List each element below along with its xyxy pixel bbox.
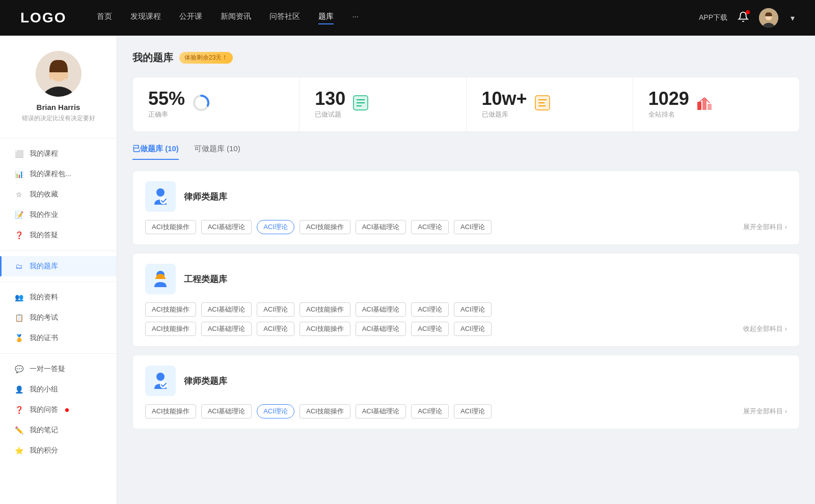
done-questions-value: 130 [315, 90, 345, 108]
bank-tags-lawyer-2: ACI技能操作 ACI基础理论 ACI理论 ACI技能操作 ACI基础理论 AC… [145, 404, 787, 418]
lawyer-icon-2 [145, 366, 176, 396]
nav-open-course[interactable]: 公开课 [179, 12, 202, 24]
eng-tag-r2-0[interactable]: ACI技能操作 [145, 322, 196, 336]
stat-ranking: 1029 全站排名 [633, 77, 799, 131]
my-questions-icon: ❓ [14, 406, 23, 414]
svg-point-25 [156, 373, 165, 381]
sidebar-item-my-materials[interactable]: 👥 我的资料 [0, 287, 117, 307]
svg-rect-20 [708, 104, 712, 110]
nav-more[interactable]: ··· [352, 12, 359, 24]
eng-tag-r2-4[interactable]: ACI基础理论 [356, 322, 406, 336]
done-questions-icon [352, 95, 369, 115]
eng-tag-r2-2[interactable]: ACI理论 [257, 322, 294, 336]
sidebar-item-my-group[interactable]: 👤 我的小组 [0, 379, 117, 400]
course-package-icon: 📊 [14, 170, 23, 178]
sidebar-item-my-points[interactable]: ⭐ 我的积分 [0, 440, 117, 461]
eng-tag-1[interactable]: ACI基础理论 [201, 302, 252, 317]
eng-tag-5[interactable]: ACI理论 [411, 302, 449, 317]
l2-tag-0[interactable]: ACI技能操作 [145, 404, 196, 418]
sidebar-avatar [36, 51, 82, 97]
stat-accuracy: 55% 正确率 [133, 77, 300, 131]
eng-tag-r2-3[interactable]: ACI技能操作 [300, 322, 350, 336]
svg-rect-19 [702, 99, 707, 110]
page-title: 我的题库 [132, 51, 173, 65]
app-download-btn[interactable]: APP下载 [699, 13, 727, 22]
sidebar-item-my-course[interactable]: ⬜ 我的课程 [0, 144, 117, 164]
bank-card-lawyer-1: 律师类题库 ACI技能操作 ACI基础理论 ACI理论 ACI技能操作 ACI基… [132, 171, 800, 245]
nav-home[interactable]: 首页 [97, 12, 112, 24]
sidebar-menu: ⬜ 我的课程 📊 我的课程包... ☆ 我的收藏 📝 我的作业 ❓ 我的答疑 [0, 144, 117, 461]
sidebar-item-my-questions[interactable]: ❓ 我的问答 [0, 400, 117, 420]
sidebar-divider-4 [0, 353, 117, 354]
1on1-icon: 💬 [14, 365, 23, 373]
eng-tag-6[interactable]: ACI理论 [454, 302, 492, 317]
sidebar-motto: 错误的决定比没有决定要好 [10, 114, 106, 123]
stat-done-questions: 130 已做试题 [300, 77, 466, 131]
user-avatar[interactable] [759, 8, 778, 27]
my-notes-icon: ✏️ [14, 426, 23, 434]
tabs-row: 已做题库 (10) 可做题库 (10) [132, 144, 800, 160]
logo[interactable]: LOGO [20, 10, 66, 26]
expand-lawyer-2[interactable]: 展开全部科目 › [743, 407, 787, 416]
tag-4[interactable]: ACI基础理论 [356, 220, 406, 234]
ranking-value: 1029 [648, 90, 689, 108]
notification-bell[interactable] [738, 11, 749, 24]
done-banks-icon [534, 95, 551, 115]
tab-done-banks[interactable]: 已做题库 (10) [132, 144, 179, 160]
eng-tag-2[interactable]: ACI理论 [257, 302, 294, 317]
tag-5[interactable]: ACI理论 [411, 220, 449, 234]
bank-card-lawyer-1-header: 律师类题库 [145, 181, 787, 212]
tag-3[interactable]: ACI技能操作 [300, 220, 350, 234]
bank-tags-engineer-row2: ACI技能操作 ACI基础理论 ACI理论 ACI技能操作 ACI基础理论 AC… [145, 322, 787, 336]
l2-tag-6[interactable]: ACI理论 [454, 404, 492, 418]
sidebar-divider-1 [0, 138, 117, 138]
nav-question-bank[interactable]: 题库 [318, 12, 334, 24]
l2-tag-4[interactable]: ACI基础理论 [356, 404, 406, 418]
nav-discover[interactable]: 发现课程 [130, 12, 161, 24]
eng-tag-3[interactable]: ACI技能操作 [300, 302, 350, 317]
sidebar-item-course-package[interactable]: 📊 我的课程包... [0, 164, 117, 184]
eng-tag-0[interactable]: ACI技能操作 [145, 302, 196, 317]
l2-tag-3[interactable]: ACI技能操作 [300, 404, 350, 418]
my-group-icon: 👤 [14, 385, 23, 394]
l2-tag-5[interactable]: ACI理论 [411, 404, 449, 418]
eng-tag-4[interactable]: ACI基础理论 [356, 302, 406, 317]
sidebar-item-my-qa[interactable]: ❓ 我的答疑 [0, 225, 117, 245]
bank-card-lawyer-2: 律师类题库 ACI技能操作 ACI基础理论 ACI理论 ACI技能操作 ACI基… [132, 355, 800, 429]
tag-1[interactable]: ACI基础理论 [201, 220, 252, 234]
collapse-engineer[interactable]: 收起全部科目 › [743, 324, 787, 333]
sidebar-item-my-exam[interactable]: 📋 我的考试 [0, 307, 117, 328]
tab-available-banks[interactable]: 可做题库 (10) [194, 144, 240, 160]
eng-tag-r2-1[interactable]: ACI基础理论 [201, 322, 252, 336]
sidebar-item-question-bank[interactable]: 🗂 我的题库 [0, 256, 117, 276]
user-dropdown-arrow[interactable]: ▾ [791, 13, 795, 23]
question-bank-icon: 🗂 [14, 262, 23, 270]
bank-card-engineer: 工程类题库 ACI技能操作 ACI基础理论 ACI理论 ACI技能操作 ACI基… [132, 253, 800, 347]
tag-2-active[interactable]: ACI理论 [257, 220, 294, 234]
eng-tag-r2-5[interactable]: ACI理论 [411, 322, 449, 336]
sidebar-item-homework[interactable]: 📝 我的作业 [0, 205, 117, 225]
sidebar: Brian Harris 错误的决定比没有决定要好 ⬜ 我的课程 📊 我的课程包… [0, 36, 117, 504]
nav-news[interactable]: 新闻资讯 [221, 12, 251, 24]
svg-rect-18 [697, 102, 701, 110]
l2-tag-2-active[interactable]: ACI理论 [257, 404, 294, 418]
sidebar-item-certificate[interactable]: 🏅 我的证书 [0, 328, 117, 348]
stats-row: 55% 正确率 130 已做试题 [132, 77, 800, 132]
stat-done-banks: 10w+ 已做题库 [467, 77, 633, 131]
sidebar-item-my-notes[interactable]: ✏️ 我的笔记 [0, 420, 117, 440]
bank-title-engineer: 工程类题库 [184, 273, 227, 285]
nav-qa[interactable]: 问答社区 [269, 12, 300, 24]
tag-0[interactable]: ACI技能操作 [145, 220, 196, 234]
bank-tags-engineer-row1: ACI技能操作 ACI基础理论 ACI理论 ACI技能操作 ACI基础理论 AC… [145, 302, 787, 317]
engineer-icon [145, 264, 176, 294]
eng-tag-r2-6[interactable]: ACI理论 [454, 322, 492, 336]
sidebar-item-1on1[interactable]: 💬 一对一答疑 [0, 359, 117, 379]
navbar-right: APP下载 ▾ [699, 8, 795, 27]
svg-rect-24 [155, 277, 166, 279]
expand-lawyer-1[interactable]: 展开全部科目 › [743, 222, 787, 232]
sidebar-item-favorites[interactable]: ☆ 我的收藏 [0, 184, 117, 205]
my-course-icon: ⬜ [14, 150, 23, 158]
l2-tag-1[interactable]: ACI基础理论 [201, 404, 252, 418]
my-points-icon: ⭐ [14, 446, 23, 455]
tag-6[interactable]: ACI理论 [454, 220, 492, 234]
